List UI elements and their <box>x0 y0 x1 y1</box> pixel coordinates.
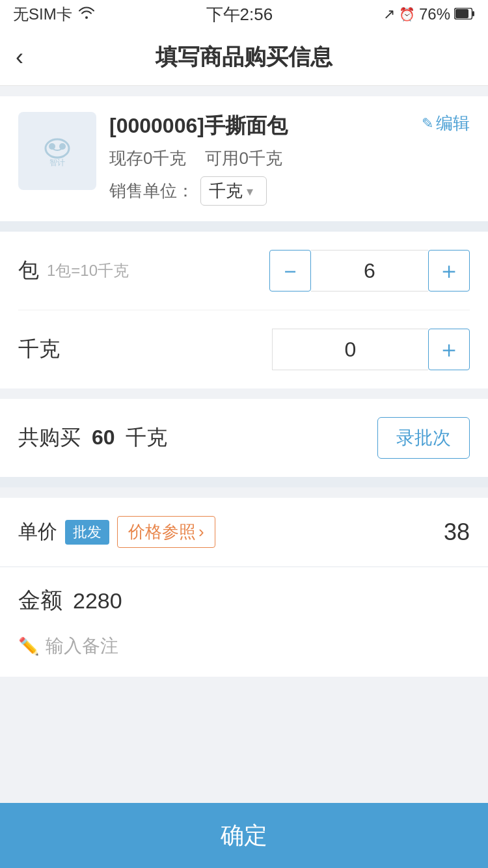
total-amount: 60 <box>92 426 115 449</box>
package-minus-button[interactable]: － <box>269 250 311 292</box>
amount-row: 金额 2280 <box>18 586 470 616</box>
nav-bar: ‹ 填写商品购买信息 <box>0 29 488 86</box>
price-left: 单价 批发 价格参照 › <box>18 516 215 548</box>
svg-text:智计: 智计 <box>49 158 65 167</box>
edit-icon: ✎ <box>422 115 433 132</box>
price-section: 单价 批发 价格参照 › 38 <box>0 498 488 566</box>
kilogram-plus-button[interactable]: ＋ <box>428 329 470 370</box>
kilogram-label-text: 千克 <box>18 335 60 364</box>
product-name: [0000006]手撕面包 <box>109 112 470 141</box>
kilogram-input-controls: ＋ <box>272 329 470 370</box>
kilogram-row: 千克 ＋ <box>18 310 470 388</box>
edit-button[interactable]: ✎ 编辑 <box>422 112 470 135</box>
package-label-text: 包 <box>18 256 39 285</box>
kilogram-label: 千克 <box>18 335 60 364</box>
stock-label: 现存0千克 <box>109 148 186 168</box>
back-button[interactable]: ‹ <box>16 44 23 71</box>
location-icon: ↗ <box>383 6 395 23</box>
package-input-controls: － ＋ <box>269 250 470 292</box>
page-title: 填写商品购买信息 <box>156 42 332 72</box>
status-left: 无SIM卡 <box>13 4 96 25</box>
unit-label: 销售单位： <box>109 180 194 202</box>
price-ref-label: 价格参照 <box>128 521 196 543</box>
note-label: 输入备注 <box>46 634 118 658</box>
wifi-icon <box>77 5 96 23</box>
status-time: 下午2:56 <box>206 3 273 26</box>
svg-point-3 <box>46 139 69 157</box>
svg-rect-2 <box>455 9 468 18</box>
alarm-icon: ⏰ <box>399 7 415 22</box>
unit-select[interactable]: 千克 ▾ <box>200 176 267 206</box>
product-stock: 现存0千克 可用0千克 <box>109 147 470 170</box>
carrier-label: 无SIM卡 <box>13 4 72 25</box>
amount-label: 金额 <box>18 586 62 616</box>
package-hint: 1包=10千克 <box>47 260 129 281</box>
chevron-right-icon: › <box>198 522 204 542</box>
amount-value: 2280 <box>73 588 122 614</box>
price-reference-button[interactable]: 价格参照 › <box>117 516 215 548</box>
confirm-button[interactable]: 确定 <box>0 803 488 868</box>
product-info: [0000006]手撕面包 现存0千克 可用0千克 销售单位： 千克 ▾ <box>109 112 470 206</box>
total-section: 共购买 60 千克 录批次 <box>0 399 488 477</box>
main-content: 智计 [0000006]手撕面包 现存0千克 可用0千克 销售单位： 千克 ▾ … <box>0 96 488 742</box>
status-right: ↗ ⏰ 76% <box>383 5 475 23</box>
total-unit: 千克 <box>126 426 167 449</box>
note-row[interactable]: ✏️ 输入备注 <box>18 626 470 666</box>
svg-rect-1 <box>472 11 474 16</box>
section-divider-1 <box>0 221 488 232</box>
status-bar: 无SIM卡 下午2:56 ↗ ⏰ 76% <box>0 0 488 29</box>
batch-button[interactable]: 录批次 <box>377 417 470 459</box>
available-label: 可用0千克 <box>205 148 282 168</box>
pencil-icon: ✏️ <box>18 636 39 657</box>
product-card: 智计 [0000006]手撕面包 现存0千克 可用0千克 销售单位： 千克 ▾ … <box>0 96 488 221</box>
product-thumbnail: 智计 <box>18 112 96 190</box>
input-section: 包 1包=10千克 － ＋ 千克 ＋ <box>0 232 488 388</box>
kilogram-qty-input[interactable] <box>272 329 428 370</box>
price-value: 38 <box>444 519 470 546</box>
package-row: 包 1包=10千克 － ＋ <box>18 232 470 310</box>
total-prefix: 共购买 <box>18 426 81 449</box>
total-text: 共购买 60 千克 <box>18 424 167 452</box>
package-plus-button[interactable]: ＋ <box>428 250 470 292</box>
battery-icon <box>454 5 475 23</box>
price-label: 单价 <box>18 519 57 545</box>
price-type-badge: 批发 <box>65 520 109 545</box>
product-unit-row: 销售单位： 千克 ▾ <box>109 176 470 206</box>
product-logo-icon: 智计 <box>38 131 77 170</box>
package-label: 包 1包=10千克 <box>18 256 129 285</box>
section-divider-2 <box>0 477 488 487</box>
confirm-label: 确定 <box>221 820 267 852</box>
edit-label: 编辑 <box>436 112 470 135</box>
unit-value: 千克 <box>209 180 243 202</box>
package-qty-input[interactable] <box>311 250 428 292</box>
amount-section: 金额 2280 ✏️ 输入备注 <box>0 567 488 677</box>
battery-percent: 76% <box>419 5 450 23</box>
chevron-down-icon: ▾ <box>247 183 253 199</box>
